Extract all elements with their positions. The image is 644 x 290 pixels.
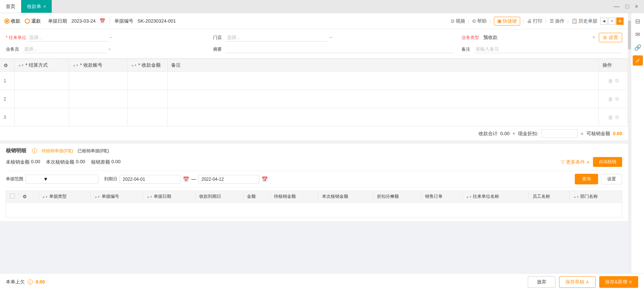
- set-button[interactable]: 设置: [601, 174, 622, 184]
- pending-tab[interactable]: 待核销单据(0笔): [42, 148, 73, 154]
- nav-grid[interactable]: ⊞: [616, 17, 624, 25]
- print-action[interactable]: 🖨 打印: [527, 18, 542, 24]
- th-note: 备注: [168, 59, 599, 71]
- more-conditions-label: 更多条件: [566, 159, 585, 165]
- td-note-1[interactable]: [168, 72, 599, 90]
- td-amount-3[interactable]: [127, 108, 168, 126]
- auto-verify-button[interactable]: 自动核销: [593, 157, 622, 167]
- footer-buttons: 放弃 保存草稿 ∧ 保存&新增 ∧: [528, 276, 638, 288]
- detail-empty-row: [6, 203, 622, 218]
- th-sales-order: 销售订单: [421, 191, 462, 203]
- biztype-arrow-icon[interactable]: ▼: [592, 35, 596, 40]
- delete-icon-1[interactable]: 🗑: [608, 78, 613, 84]
- th-setting-detail[interactable]: ⚙: [19, 191, 39, 203]
- shortcut-action[interactable]: ▣ 快捷键: [494, 17, 520, 26]
- scrollbar[interactable]: [628, 13, 631, 290]
- sort-icon4: ▲▼: [466, 195, 472, 199]
- copy-icon-3[interactable]: ⧉: [615, 114, 619, 120]
- nav-list[interactable]: ≡: [608, 17, 616, 25]
- verify-info-icon[interactable]: i: [32, 148, 37, 153]
- copy-icon-2[interactable]: ⧉: [615, 96, 619, 102]
- th-counterparty: ▲▼ 往来单位名称: [462, 191, 529, 203]
- footer-info-icon[interactable]: i: [28, 279, 33, 285]
- tab-home[interactable]: 首页: [0, 0, 21, 13]
- td-account-2[interactable]: [69, 90, 127, 108]
- date-from-input[interactable]: [119, 175, 181, 184]
- done-tab[interactable]: 已核销单据(0笔): [78, 148, 109, 154]
- payment-table: ⚙ ▲▼ * 结算方式 ▲▼ * 收款账号 ▲▼ * 收款金额 备注 操作: [0, 59, 628, 126]
- store-more-icon[interactable]: ···: [329, 34, 331, 41]
- calendar-to-icon[interactable]: 📅: [262, 176, 268, 182]
- minimize-button[interactable]: —: [612, 3, 621, 10]
- scrollbar-thumb[interactable]: [628, 20, 631, 50]
- receipt-radio[interactable]: 收款: [4, 18, 20, 24]
- refund-radio[interactable]: 退款: [25, 18, 41, 24]
- more-conditions-button[interactable]: ▽ 更多条件 ∧: [561, 159, 590, 165]
- counterparty-more-icon[interactable]: ···: [109, 34, 112, 41]
- query-button[interactable]: 查询: [575, 174, 598, 184]
- tab-receipt[interactable]: 收款单 ×: [21, 0, 52, 13]
- calendar-icon[interactable]: 📅: [99, 18, 105, 24]
- maximize-button[interactable]: □: [624, 3, 631, 10]
- th-doc-num: ▲▼ 单据编号: [91, 191, 143, 203]
- discard-button[interactable]: 放弃: [528, 276, 555, 288]
- th-account-label: * 收款账号: [80, 62, 102, 68]
- operate-label: 操作: [555, 18, 565, 24]
- staff-input[interactable]: [23, 45, 106, 53]
- amount-sort-icon[interactable]: ▲▼: [131, 64, 137, 67]
- help-action[interactable]: ⊙ 帮助: [472, 18, 487, 24]
- settings-button[interactable]: ⚙ 设置: [599, 33, 622, 42]
- filter-row: 单据范围 ▼ 到期日 📅 — 📅 查询 设置: [6, 171, 622, 188]
- nav-prev[interactable]: ◀: [600, 17, 608, 25]
- date-value[interactable]: 2023-03-24: [71, 18, 96, 24]
- receipt-type-group: 收款 退款: [4, 18, 41, 24]
- summary-input[interactable]: [225, 45, 454, 53]
- td-account-1[interactable]: [69, 72, 127, 90]
- header-checkbox[interactable]: [10, 193, 15, 199]
- th-doc-date: ▲▼ 单据日期: [143, 191, 195, 203]
- toolbar: 收款 退款 单据日期 2023-03-24 📅 单据编号 SK-20230324…: [0, 13, 628, 29]
- td-settle-1[interactable]: [15, 72, 69, 90]
- td-settle-3[interactable]: [15, 108, 69, 126]
- sidebar-table-icon[interactable]: ⊟: [633, 16, 643, 26]
- settle-sort-icon[interactable]: ▲▼: [18, 64, 24, 67]
- td-op-2: 🗑 ⧉: [599, 90, 628, 108]
- td-note-3[interactable]: [168, 108, 599, 126]
- td-account-3[interactable]: [69, 108, 127, 126]
- delete-icon-3[interactable]: 🗑: [608, 114, 613, 120]
- th-staff: 员工名称: [529, 191, 569, 203]
- td-note-2[interactable]: [168, 90, 599, 108]
- store-input[interactable]: [225, 34, 327, 42]
- sidebar-link-icon[interactable]: 🔗: [633, 42, 643, 52]
- sidebar-expand-icon[interactable]: ⤢: [633, 55, 643, 66]
- refund-radio-dot: [25, 19, 30, 24]
- date-to-input[interactable]: [198, 175, 259, 184]
- sidebar-email-icon[interactable]: ✉: [633, 29, 643, 39]
- tab-close-icon[interactable]: ×: [43, 4, 46, 9]
- calendar-from-icon[interactable]: 📅: [183, 176, 189, 182]
- history-action[interactable]: 📋 历史单据: [572, 18, 597, 24]
- th-note-label: 备注: [171, 62, 181, 68]
- arrow-up-icon: ∧: [586, 159, 590, 165]
- counterparty-input[interactable]: [28, 34, 108, 42]
- delete-icon-2[interactable]: 🗑: [608, 96, 613, 102]
- td-settle-2[interactable]: [15, 90, 69, 108]
- home-tab-label: 首页: [6, 3, 15, 10]
- td-amount-1[interactable]: [127, 72, 168, 90]
- operate-action[interactable]: ☰ 操作: [550, 18, 565, 24]
- close-button[interactable]: ×: [633, 3, 640, 10]
- copy-icon-1[interactable]: ⧉: [615, 78, 619, 84]
- range-select[interactable]: ▼: [25, 175, 98, 184]
- sort-icon5: ▲▼: [573, 195, 579, 199]
- td-amount-2[interactable]: [127, 90, 168, 108]
- note-input[interactable]: [474, 45, 622, 53]
- staff-more-icon[interactable]: ···: [108, 46, 110, 52]
- discount-input[interactable]: [541, 129, 578, 138]
- account-sort-icon[interactable]: ▲▼: [73, 64, 79, 67]
- save-draft-button[interactable]: 保存草稿 ∧: [559, 276, 596, 288]
- video-action[interactable]: ⊙ 视频: [451, 18, 465, 24]
- save-new-button[interactable]: 保存&新增 ∧: [599, 276, 638, 288]
- th-settings[interactable]: ⚙: [0, 59, 15, 71]
- current-label: 本次核销金额: [46, 159, 74, 165]
- sort-icon2: ▲▼: [94, 195, 100, 199]
